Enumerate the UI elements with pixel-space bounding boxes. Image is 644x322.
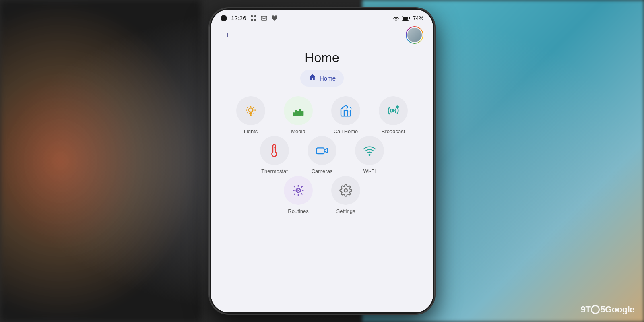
svg-point-15 bbox=[396, 105, 399, 108]
phone-frame: 12:26 bbox=[209, 8, 435, 314]
callhome-label: Call Home bbox=[334, 128, 358, 134]
status-time: 12:26 bbox=[231, 14, 246, 21]
broadcast-label: Broadcast bbox=[382, 128, 405, 134]
status-right: 74% bbox=[393, 15, 423, 21]
cameras-label: Cameras bbox=[312, 168, 333, 174]
grid-item-thermostat[interactable]: Thermostat bbox=[252, 136, 297, 174]
media-label: Media bbox=[291, 128, 305, 134]
thermostat-label: Thermostat bbox=[261, 168, 288, 174]
add-button[interactable]: + bbox=[221, 28, 235, 42]
grid-item-routines[interactable]: Routines bbox=[276, 176, 320, 214]
grid-row-1: Lights Media bbox=[217, 96, 427, 134]
svg-point-7 bbox=[249, 108, 253, 112]
heart-icon bbox=[271, 15, 278, 21]
svg-rect-1 bbox=[254, 15, 256, 17]
cameras-icon-circle bbox=[308, 136, 336, 165]
home-tab[interactable]: Home bbox=[300, 70, 344, 87]
svg-rect-8 bbox=[293, 113, 295, 116]
svg-point-19 bbox=[369, 154, 370, 155]
wifi-label: Wi-Fi bbox=[363, 168, 376, 174]
grid-row-2: Thermostat Cameras bbox=[217, 136, 427, 174]
svg-rect-10 bbox=[298, 112, 299, 116]
grid-row-3: Routines Settings bbox=[217, 176, 427, 214]
phone-screen: 12:26 bbox=[211, 10, 433, 312]
page-title: Home bbox=[211, 47, 433, 70]
lights-label: Lights bbox=[244, 128, 258, 134]
settings-label: Settings bbox=[336, 208, 355, 214]
grid-item-broadcast[interactable]: Broadcast bbox=[371, 96, 415, 134]
svg-line-28 bbox=[301, 186, 303, 188]
routines-icon-circle bbox=[284, 176, 313, 205]
svg-point-14 bbox=[392, 109, 394, 111]
circle-o bbox=[591, 305, 600, 314]
grid-item-settings[interactable]: Settings bbox=[324, 176, 368, 214]
home-tab-container: Home bbox=[211, 70, 433, 93]
grid-item-wifi[interactable]: Wi-Fi bbox=[347, 136, 392, 174]
front-camera bbox=[221, 15, 227, 21]
thermostat-icon-circle bbox=[260, 136, 289, 165]
svg-rect-0 bbox=[251, 15, 253, 17]
svg-rect-11 bbox=[300, 109, 301, 116]
watermark: 9T5Google bbox=[581, 304, 634, 315]
svg-point-31 bbox=[344, 189, 347, 192]
settings-icon-circle bbox=[331, 176, 360, 205]
grid-item-cameras[interactable]: Cameras bbox=[300, 136, 344, 174]
media-icon-circle bbox=[284, 96, 313, 125]
grid-icon bbox=[250, 15, 257, 21]
grid-container: Lights Media bbox=[211, 93, 433, 312]
lights-icon-circle bbox=[236, 96, 265, 125]
grid-item-lights[interactable]: Lights bbox=[229, 96, 273, 134]
svg-rect-6 bbox=[402, 17, 408, 20]
wifi-icon-circle bbox=[355, 136, 384, 165]
svg-rect-3 bbox=[254, 19, 256, 21]
svg-rect-9 bbox=[295, 111, 297, 116]
mail-icon bbox=[261, 16, 267, 21]
callhome-icon-circle bbox=[331, 96, 360, 125]
svg-line-24 bbox=[301, 194, 303, 195]
avatar bbox=[407, 27, 423, 43]
status-left: 12:26 bbox=[221, 14, 278, 21]
status-bar: 12:26 bbox=[211, 10, 433, 23]
svg-line-23 bbox=[294, 186, 295, 188]
wifi-status-icon bbox=[393, 15, 399, 21]
battery-percentage: 74% bbox=[413, 15, 423, 21]
grid-item-callhome[interactable]: Call Home bbox=[324, 96, 368, 134]
app-header: + bbox=[211, 23, 433, 47]
home-tab-icon bbox=[308, 73, 316, 83]
battery-icon bbox=[402, 16, 411, 21]
svg-rect-12 bbox=[302, 111, 303, 116]
grid-item-media[interactable]: Media bbox=[276, 96, 320, 134]
broadcast-icon-circle bbox=[379, 96, 408, 125]
svg-rect-4 bbox=[261, 16, 267, 20]
svg-rect-2 bbox=[251, 19, 253, 21]
avatar-ring[interactable] bbox=[406, 26, 423, 44]
app-content: Home Home bbox=[211, 47, 433, 312]
svg-rect-18 bbox=[317, 148, 324, 154]
home-tab-label: Home bbox=[320, 75, 336, 82]
routines-label: Routines bbox=[288, 208, 308, 214]
svg-line-27 bbox=[294, 194, 295, 195]
